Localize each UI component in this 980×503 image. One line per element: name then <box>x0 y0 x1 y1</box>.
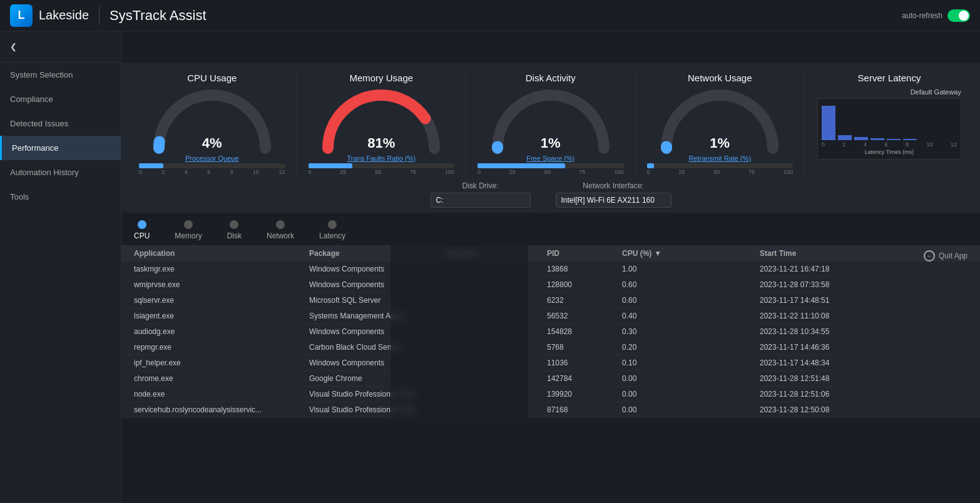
cell-empty <box>710 296 760 305</box>
gauge-title-2: Disk Activity <box>526 73 576 83</box>
table-row[interactable]: chrome.exe Google Chrome 142784 0.00 202… <box>121 371 980 387</box>
cell-package: Windows Components <box>309 265 447 273</box>
gauges-row: CPU Usage 4% Processor Queue 024681012 M… <box>134 73 967 175</box>
cell-pid: 128800 <box>547 280 622 289</box>
cell-cpu: 0.00 <box>622 405 710 414</box>
table-header: Application Package Account PID CPU (%) … <box>121 245 980 262</box>
gauge-title-0: CPU Usage <box>187 73 237 83</box>
quit-app-label: Quit App <box>939 252 967 260</box>
table-row[interactable]: taskmgr.exe Windows Components 13868 1.0… <box>121 262 980 277</box>
top-bar <box>121 31 980 63</box>
tab-cpu[interactable]: CPU <box>134 220 150 240</box>
table-row[interactable]: servicehub.roslyncodeanalysisservic... V… <box>121 402 980 418</box>
cell-account <box>447 280 547 289</box>
latency-x-label: Latency Times (ms) <box>822 149 957 155</box>
gauge-bar-label-3[interactable]: Retransmit Rate (%) <box>647 155 794 162</box>
network-interface-group: Network Interface: Intel[R] Wi-Fi 6E AX2… <box>556 181 671 208</box>
table-row[interactable]: wmiprvse.exe Windows Components 128800 0… <box>121 277 980 293</box>
table-section: Application Package Account PID CPU (%) … <box>121 245 980 418</box>
tab-label-4: Latency <box>319 231 345 240</box>
gauge-arc-0: 4% <box>150 86 275 155</box>
gauge-arc-2: 1% <box>488 86 613 155</box>
table-row[interactable]: node.exe Visual Studio Professional 2022… <box>121 387 980 402</box>
auto-refresh-toggle[interactable] <box>947 9 970 22</box>
logo-text: Lakeside <box>39 8 89 23</box>
main-content: CPU Usage 4% Processor Queue 024681012 M… <box>121 31 980 503</box>
cell-start: 2023-11-28 10:34:55 <box>760 327 885 336</box>
table-row[interactable]: audiodg.exe Windows Components 154828 0.… <box>121 324 980 340</box>
col-start-time: Start Time <box>760 249 885 258</box>
cell-start: 2023-11-17 14:48:34 <box>760 358 885 367</box>
cell-account <box>447 265 547 273</box>
table-row[interactable]: sqlservr.exe Microsoft SQL Server 6232 0… <box>121 293 980 308</box>
col-empty <box>710 249 760 258</box>
cell-package: Google Chrome <box>309 374 447 383</box>
cell-app: sqlservr.exe <box>134 296 309 305</box>
cell-cpu: 0.20 <box>622 343 710 352</box>
tab-network[interactable]: Network <box>267 220 294 240</box>
gauge-bar-label-0[interactable]: Processor Queue <box>139 155 285 162</box>
tab-dot-2 <box>230 220 238 229</box>
gauges-section: CPU Usage 4% Processor Queue 024681012 M… <box>121 63 980 213</box>
sidebar-item-performance[interactable]: Performance <box>0 136 121 160</box>
cell-account <box>447 374 547 383</box>
cell-pid: 139920 <box>547 390 622 399</box>
table-row[interactable]: repmgr.exe Carbon Black Cloud Sensor 576… <box>121 340 980 355</box>
cell-pid: 56532 <box>547 312 622 320</box>
cell-package: Windows Components <box>309 280 447 289</box>
cell-start: 2023-11-17 14:48:51 <box>760 296 885 305</box>
quit-app-button[interactable]: − Quit App <box>924 250 967 262</box>
cell-cpu: 0.10 <box>622 358 710 367</box>
tab-latency[interactable]: Latency <box>319 220 345 240</box>
sidebar-item-system-selection[interactable]: System Selection <box>0 63 121 87</box>
cell-cpu: 0.60 <box>622 296 710 305</box>
cell-empty <box>710 374 760 383</box>
gauge-network-usage: Network Usage 1% Retransmit Rate (%) 025… <box>642 73 799 175</box>
cell-app: wmiprvse.exe <box>134 280 309 289</box>
cell-package: Microsoft SQL Server <box>309 296 447 305</box>
sidebar-item-detected-issues[interactable]: Detected Issues <box>0 111 121 136</box>
col-cpu[interactable]: CPU (%) ▼ <box>622 249 710 258</box>
header-divider <box>99 6 100 25</box>
sidebar-collapse-button[interactable]: ❮ <box>0 31 121 63</box>
tab-memory[interactable]: Memory <box>175 220 202 240</box>
sidebar-item-tools[interactable]: Tools <box>0 185 121 209</box>
tab-disk[interactable]: Disk <box>227 220 242 240</box>
cell-pid: 5768 <box>547 343 622 352</box>
table-row[interactable]: ipf_helper.exe Windows Components 11036 … <box>121 355 980 371</box>
tab-label-1: Memory <box>175 231 202 240</box>
sidebar-item-automation-history[interactable]: Automation History <box>0 160 121 185</box>
gauge-cpu-usage: CPU Usage 4% Processor Queue 024681012 <box>134 73 290 175</box>
network-interface-select[interactable]: Intel[R] Wi-Fi 6E AX211 160 <box>556 193 671 208</box>
dropdown-row: Disk Drive: C: D: Network Interface: Int… <box>134 175 967 213</box>
cell-empty <box>710 327 760 336</box>
sidebar-item-compliance[interactable]: Compliance <box>0 87 121 111</box>
cell-pid: 13868 <box>547 265 622 273</box>
gauge-ticks-3: 0255075100 <box>647 169 794 175</box>
cell-account <box>447 405 547 414</box>
tab-label-0: CPU <box>134 231 150 240</box>
latency-x-ticks: 024681012 <box>822 141 957 148</box>
header: L Lakeside SysTrack Assist auto-refresh <box>0 0 980 31</box>
cell-cpu: 0.40 <box>622 312 710 320</box>
cell-start: 2023-11-28 07:33:58 <box>760 280 885 289</box>
gauge-bar-label-1[interactable]: Trans Faults Ratio (%) <box>309 155 455 162</box>
latency-bar-2 <box>838 135 852 140</box>
table-row[interactable]: lsiagent.exe Systems Management Agent 56… <box>121 308 980 324</box>
gauge-arc-1: 81% <box>319 86 444 155</box>
cell-empty <box>710 390 760 399</box>
cell-empty <box>710 405 760 414</box>
cell-start: 2023-11-28 12:51:06 <box>760 390 885 399</box>
disk-drive-label: Disk Drive: <box>462 181 498 190</box>
cell-start: 2023-11-28 12:50:08 <box>760 405 885 414</box>
cell-package: Visual Studio Professional 2022 <box>309 405 447 414</box>
gauge-bar-label-2[interactable]: Free Space (%) <box>477 155 624 162</box>
cell-empty <box>710 280 760 289</box>
quit-icon: − <box>924 250 935 262</box>
cell-pid: 6232 <box>547 296 622 305</box>
gauge-ticks-2: 0255075100 <box>477 169 624 175</box>
col-account: Account <box>447 249 547 258</box>
cell-account <box>447 296 547 305</box>
cell-account <box>447 390 547 399</box>
disk-drive-select[interactable]: C: D: <box>431 193 531 208</box>
